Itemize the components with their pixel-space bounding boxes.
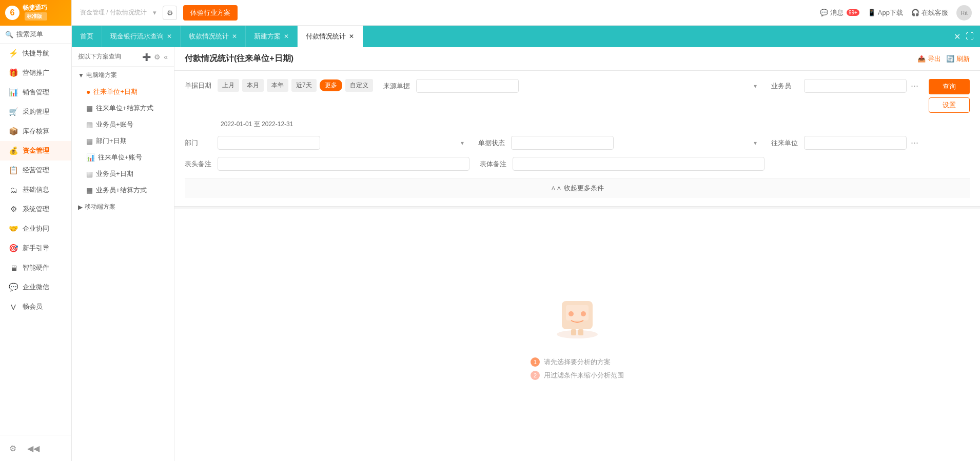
mobile-scheme-group: ▶ 移动端方案 <box>72 198 174 215</box>
tab-receipt-close[interactable]: ✕ <box>232 33 237 40</box>
scheme-item-unit-date[interactable]: ● 往来单位+日期 <box>72 84 174 100</box>
voucher-status-label: 单据状态 <box>478 138 507 148</box>
date-btn-more[interactable]: 更多 <box>320 79 342 91</box>
tab-bank[interactable]: 现金银行流水查询 ✕ <box>102 26 181 47</box>
table-icon4: ▦ <box>86 170 93 178</box>
notification-button[interactable]: 💬 消息 99+ <box>820 8 859 17</box>
export-button[interactable]: 📤 导出 <box>917 54 941 64</box>
date-range-text: 2022-01-01 至 2022-12-31 <box>221 121 293 128</box>
counterpart-input[interactable] <box>804 136 907 150</box>
date-btn-last-month[interactable]: 上月 <box>218 79 239 92</box>
trial-button[interactable]: 体验行业方案 <box>183 5 238 21</box>
refresh-button[interactable]: 🔄 刷新 <box>946 54 970 64</box>
page-header-actions: 📤 导出 🔄 刷新 <box>917 54 970 64</box>
sidebar-item-marketing[interactable]: 🎁 营销推广 <box>0 63 71 83</box>
member-icon: V <box>8 303 18 311</box>
query-button[interactable]: 查询 <box>929 79 970 94</box>
department-select[interactable] <box>218 136 320 150</box>
tab-new-scheme-close[interactable]: ✕ <box>284 33 289 40</box>
right-content: 付款情况统计(往来单位+日期) 📤 导出 🔄 刷新 <box>174 47 980 461</box>
app-name: 畅捷通巧 <box>23 4 47 12</box>
tab-close-all-icon[interactable]: ✕ <box>954 32 961 42</box>
page-title: 付款情况统计(往来单位+日期) <box>185 53 293 64</box>
empty-tip-1: 1 请先选择要分析的方案 <box>531 357 624 367</box>
weixin-icon: 💬 <box>8 283 18 292</box>
collapse-arrow-icon: ▼ <box>78 72 84 79</box>
scheme-item-dept-date[interactable]: ▦ 部门+日期 <box>72 133 174 149</box>
tabs-bar: 首页 现金银行流水查询 ✕ 收款情况统计 ✕ 新建方案 ✕ 付款情况统计 ✕ ✕… <box>72 26 980 47</box>
sidebar-item-member[interactable]: V 畅会员 <box>0 297 71 316</box>
scheme-settings-button[interactable]: ⚙ <box>154 53 161 61</box>
dropdown-arrow[interactable]: ▾ <box>153 9 156 16</box>
staff-dots-button[interactable]: ··· <box>911 81 918 91</box>
filter-settings-button[interactable]: 设置 <box>929 97 970 113</box>
sidebar-item-weixin[interactable]: 💬 企业微信 <box>0 277 71 297</box>
scheme-item-unit-account[interactable]: 📊 往来单位+账号 <box>72 149 174 166</box>
svg-point-3 <box>569 311 574 316</box>
date-btn-custom[interactable]: 自定义 <box>345 79 373 92</box>
sidebar-item-guide[interactable]: 🎯 新手引导 <box>0 238 71 258</box>
scheme-item-staff-settle[interactable]: ▦ 业务员+结算方式 <box>72 182 174 198</box>
sidebar-item-fund[interactable]: 💰 资金管理 <box>0 141 71 161</box>
source-select[interactable] <box>416 79 519 93</box>
tab-payment-close[interactable]: ✕ <box>349 33 354 40</box>
counterpart-dots-button[interactable]: ··· <box>911 137 918 148</box>
svg-rect-5 <box>571 329 576 335</box>
collapse-arrow-up: ∧∧ <box>551 184 564 192</box>
sidebar-item-enterprise[interactable]: 🤝 企业协同 <box>0 219 71 238</box>
dept-filter-label: 部门 <box>185 138 213 148</box>
sidebar-item-purchase[interactable]: 🛒 采购管理 <box>0 102 71 122</box>
sidebar-item-sales[interactable]: 📊 销售管理 <box>0 83 71 102</box>
add-scheme-button[interactable]: ➕ <box>142 53 151 61</box>
body-note-input[interactable] <box>513 157 765 171</box>
staff-input[interactable] <box>804 79 907 93</box>
collapse-more-button[interactable]: ∧∧ 收起更多条件 <box>185 178 970 198</box>
sidebar-collapse-button[interactable]: ◀◀ <box>26 440 41 456</box>
sidebar-item-inventory[interactable]: 📦 库存核算 <box>0 122 71 141</box>
scheme-collapse-button[interactable]: « <box>164 53 168 61</box>
desktop-scheme-group-title[interactable]: ▼ 电脑端方案 <box>72 67 174 84</box>
sidebar-item-hardware[interactable]: 🖥 智能硬件 <box>0 258 71 277</box>
search-menu[interactable]: 🔍 搜索菜单 <box>0 26 71 44</box>
scheme-item-unit-settle[interactable]: ▦ 往来单位+结算方式 <box>72 100 174 116</box>
desktop-scheme-group: ▼ 电脑端方案 ● 往来单位+日期 ▦ 往来单位+结算方式 ▦ 业务员+账号 ▦ <box>72 67 174 198</box>
phone-icon: 📱 <box>868 9 876 16</box>
empty-state: 1 请先选择要分析的方案 2 用过滤条件来缩小分析范围 <box>174 209 980 461</box>
tab-receipt[interactable]: 收款情况统计 ✕ <box>181 26 246 47</box>
scheme-item-staff-account[interactable]: ▦ 业务员+账号 <box>72 116 174 133</box>
app-download-button[interactable]: 📱 App下载 <box>868 8 903 17</box>
online-service-button[interactable]: 🎧 在线客服 <box>911 8 948 17</box>
tab-payment[interactable]: 付款情况统计 ✕ <box>298 26 363 47</box>
tab-maximize-icon[interactable]: ⛶ <box>966 32 974 41</box>
tabs-controls: ✕ ⛶ <box>948 26 980 47</box>
date-btn-this-year[interactable]: 本年 <box>267 79 288 92</box>
sidebar-settings-button[interactable]: ⚙ <box>5 440 21 456</box>
voucher-status-select[interactable] <box>511 136 614 150</box>
tab-bank-close[interactable]: ✕ <box>167 33 172 40</box>
version-badge: 标准版 <box>25 12 47 21</box>
user-avatar[interactable]: Rit <box>956 5 972 21</box>
scheme-panel: 按以下方案查询 ➕ ⚙ « ▼ 电脑端方案 ● 往来单位+日期 ▦ <box>72 47 174 461</box>
sidebar-item-basic[interactable]: 🗂 基础信息 <box>0 180 71 199</box>
tab-home[interactable]: 首页 <box>72 26 102 47</box>
tab-new-scheme[interactable]: 新建方案 ✕ <box>246 26 298 47</box>
date-btn-this-month[interactable]: 本月 <box>242 79 264 92</box>
tab-receipt-label: 收款情况统计 <box>189 32 229 41</box>
topbar-settings-button[interactable]: ⚙ <box>163 6 177 20</box>
enterprise-icon: 🤝 <box>8 224 18 233</box>
tab-home-label: 首页 <box>80 32 93 41</box>
sidebar-item-shortcuts[interactable]: ⚡ 快捷导航 <box>0 44 71 63</box>
notification-label: 消息 <box>830 8 844 17</box>
sidebar-item-operation[interactable]: 📋 经营管理 <box>0 161 71 180</box>
empty-tips: 1 请先选择要分析的方案 2 用过滤条件来缩小分析范围 <box>531 357 624 384</box>
source-filter-label: 来源单据 <box>383 82 412 91</box>
header-note-input[interactable] <box>218 157 469 171</box>
date-btn-7days[interactable]: 近7天 <box>291 79 317 92</box>
topbar-actions: 💬 消息 99+ 📱 App下载 🎧 在线客服 Rit <box>820 5 972 21</box>
scheme-item-staff-date[interactable]: ▦ 业务员+日期 <box>72 166 174 182</box>
sidebar-item-label: 智能硬件 <box>23 263 49 272</box>
sidebar-item-label: 基础信息 <box>23 185 49 194</box>
sales-icon: 📊 <box>8 88 18 97</box>
mobile-scheme-group-title[interactable]: ▶ 移动端方案 <box>72 198 174 215</box>
sidebar-item-system[interactable]: ⚙ 系统管理 <box>0 199 71 219</box>
